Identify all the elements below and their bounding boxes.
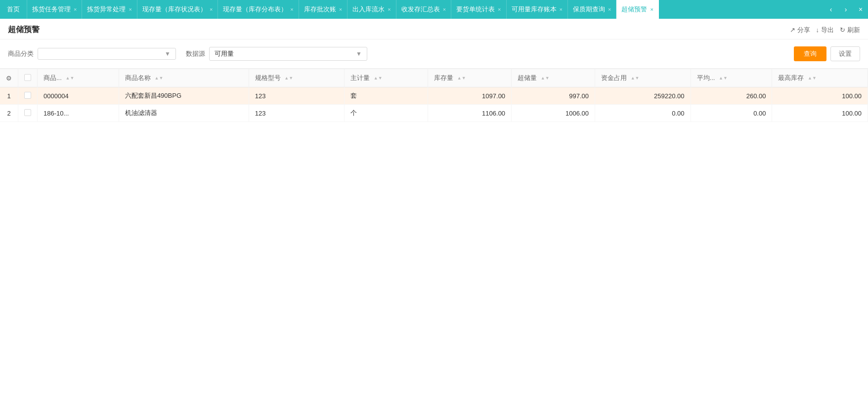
tab-label-5: 出入库流水 (352, 5, 385, 14)
category-label: 商品分类 (8, 49, 34, 58)
tab-close-2[interactable]: × (210, 6, 213, 12)
tab-close-6[interactable]: × (443, 6, 446, 12)
page-title: 超储预警 (8, 25, 40, 35)
row-product-name-1: 机油滤清器 (119, 105, 249, 122)
nav-tab-1[interactable]: 拣货异常处理× (82, 0, 137, 19)
sort-icon-9: ▲▼ (808, 76, 817, 80)
nav-tab-7[interactable]: 要货单统计表× (451, 0, 506, 19)
table-header-row: ⚙ 商品... ▲▼ 商品名称 ▲▼ 规格型号 ▲▼ (0, 69, 868, 87)
unit-col-header[interactable]: 主计量 ▲▼ (345, 69, 428, 87)
datasource-value: 可用量 (215, 49, 234, 58)
capital-col-label: 资金占用 (601, 74, 627, 81)
row-stock-1: 1106.00 (428, 105, 512, 122)
table-row: 1 0000004 六配套新昌490BPG 123 套 1097.00 997.… (0, 87, 868, 105)
row-stock-0: 1097.00 (428, 87, 512, 105)
tab-label-0: 拣货任务管理 (32, 5, 71, 14)
export-button[interactable]: ↓ 导出 (816, 26, 834, 35)
over-stock-col-header[interactable]: 超储量 ▲▼ (512, 69, 595, 87)
tab-label-6: 收发存汇总表 (401, 5, 440, 14)
tab-close-5[interactable]: × (388, 6, 391, 12)
nav-tab-9[interactable]: 保质期查询× (568, 0, 616, 19)
tab-label-8: 可用量库存账本 (512, 5, 557, 14)
share-label: 分享 (797, 26, 810, 35)
nav-tab-2[interactable]: 现存量（库存状况表）× (137, 0, 218, 19)
refresh-label: 刷新 (847, 26, 860, 35)
row-over-stock-1: 1006.00 (512, 105, 595, 122)
row-max-stock-0: 100.00 (772, 87, 868, 105)
nav-arrow-left[interactable]: ‹ (824, 0, 838, 19)
row-checkbox-cell-0[interactable] (18, 87, 38, 105)
row-product-code-1: 186-10... (38, 105, 119, 122)
nav-arrow-close[interactable]: × (853, 0, 868, 19)
row-seq-1: 2 (0, 105, 18, 122)
nav-tab-8[interactable]: 可用量库存账本× (507, 0, 568, 19)
nav-home[interactable]: 首页 (0, 0, 27, 19)
header-checkbox[interactable] (24, 74, 31, 81)
refresh-button[interactable]: ↻ 刷新 (840, 26, 860, 35)
category-select[interactable]: ▼ (38, 48, 176, 60)
capital-col-header[interactable]: 资金占用 ▲▼ (595, 69, 691, 87)
tab-close-9[interactable]: × (608, 6, 611, 12)
table-container: ⚙ 商品... ▲▼ 商品名称 ▲▼ 规格型号 ▲▼ (0, 69, 868, 122)
query-button[interactable]: 查询 (794, 46, 826, 61)
export-label: 导出 (821, 26, 834, 35)
checkbox-col-header[interactable] (18, 69, 38, 87)
tab-close-0[interactable]: × (74, 6, 77, 12)
page-header: 超储预警 ↗ 分享 ↓ 导出 ↻ 刷新 (0, 19, 868, 40)
tab-label-9: 保质期查询 (573, 5, 605, 14)
share-icon: ↗ (790, 26, 795, 34)
tab-label-2: 现存量（库存状况表） (142, 5, 207, 14)
share-button[interactable]: ↗ 分享 (790, 26, 810, 35)
tab-label-4: 库存批次账 (304, 5, 336, 14)
tab-close-3[interactable]: × (290, 6, 293, 12)
settings-col-header[interactable]: ⚙ (0, 69, 18, 87)
row-seq-0: 1 (0, 87, 18, 105)
tab-close-4[interactable]: × (339, 6, 342, 12)
row-checkbox-0[interactable] (24, 92, 31, 99)
row-checkbox-cell-1[interactable] (18, 105, 38, 122)
tab-label-7: 要货单统计表 (456, 5, 495, 14)
sort-icon-4: ▲▼ (374, 76, 383, 80)
row-capital-0: 259220.00 (595, 87, 691, 105)
nav-tab-10[interactable]: 超储预警× (616, 0, 658, 19)
row-checkbox-1[interactable] (24, 109, 31, 116)
filter-bar: 商品分类 ▼ 数据源 可用量 ▼ 查询 设置 (0, 40, 868, 69)
sort-icon-8: ▲▼ (719, 76, 728, 80)
max-stock-col-header[interactable]: 最高库存 ▲▼ (772, 69, 868, 87)
over-stock-col-label: 超储量 (518, 74, 537, 81)
product-name-col-header[interactable]: 商品名称 ▲▼ (119, 69, 249, 87)
export-icon: ↓ (816, 26, 820, 34)
page-container: 超储预警 ↗ 分享 ↓ 导出 ↻ 刷新 商品分类 ▼ 数据源 (0, 19, 868, 395)
nav-tab-6[interactable]: 收发存汇总表× (396, 0, 451, 19)
sort-icon-7: ▲▼ (631, 76, 640, 80)
nav-tab-4[interactable]: 库存批次账× (299, 0, 347, 19)
spec-col-header[interactable]: 规格型号 ▲▼ (249, 69, 345, 87)
tab-label-1: 拣货异常处理 (87, 5, 126, 14)
product-code-col-header[interactable]: 商品... ▲▼ (38, 69, 119, 87)
avg-col-label: 平均... (697, 74, 715, 81)
header-actions: ↗ 分享 ↓ 导出 ↻ 刷新 (790, 26, 861, 35)
tab-close-1[interactable]: × (129, 6, 131, 12)
unit-col-label: 主计量 (350, 74, 370, 81)
datasource-arrow-icon: ▼ (356, 50, 362, 57)
tab-label-10: 超储预警 (621, 5, 647, 14)
tab-close-10[interactable]: × (650, 6, 653, 12)
filter-actions: 查询 设置 (794, 46, 860, 61)
stock-col-header[interactable]: 库存量 ▲▼ (428, 69, 512, 87)
nav-tab-5[interactable]: 出入库流水× (347, 0, 396, 19)
tab-close-8[interactable]: × (560, 6, 563, 12)
avg-col-header[interactable]: 平均... ▲▼ (691, 69, 772, 87)
nav-arrow-right[interactable]: › (838, 0, 853, 19)
row-spec-1: 123 (249, 105, 345, 122)
spec-col-label: 规格型号 (255, 74, 281, 81)
settings-button[interactable]: 设置 (830, 46, 860, 61)
data-table: ⚙ 商品... ▲▼ 商品名称 ▲▼ 规格型号 ▲▼ (0, 69, 868, 122)
datasource-select[interactable]: 可用量 ▼ (209, 47, 367, 61)
sort-icon-2: ▲▼ (155, 76, 164, 80)
refresh-icon: ↻ (840, 26, 845, 34)
nav-tab-3[interactable]: 现存量（库存分布表）× (218, 0, 299, 19)
nav-tab-0[interactable]: 拣货任务管理× (27, 0, 82, 19)
row-over-stock-0: 997.00 (512, 87, 595, 105)
sort-icon-6: ▲▼ (541, 76, 550, 80)
tab-close-7[interactable]: × (498, 6, 501, 12)
